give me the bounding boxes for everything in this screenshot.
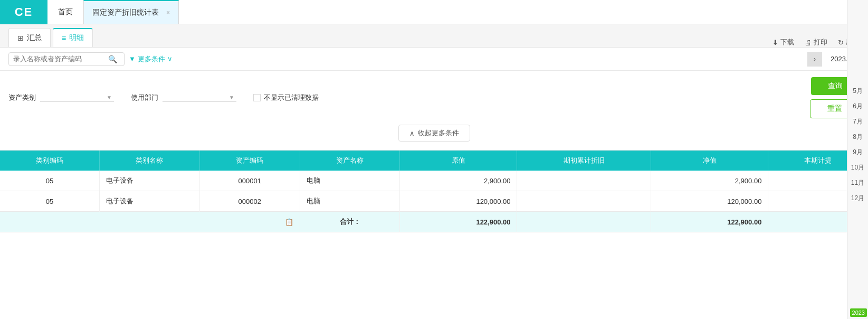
- year-badge: 2023: [850, 308, 867, 317]
- month-item[interactable]: 11月: [847, 176, 868, 190]
- top-nav: CE 首页 固定资产折旧统计表 × ✕: [0, 0, 868, 24]
- cell-category: 电子设备: [100, 191, 200, 212]
- cell-asset-code: 000001: [199, 171, 300, 191]
- filter-button[interactable]: ▼ 更多条件 ∨: [129, 54, 173, 64]
- download-button[interactable]: ⬇ 下载: [772, 37, 794, 47]
- cell-accumulated: [517, 191, 651, 212]
- table-header-row: 类别编码 类别名称 资产编码 资产名称 原值 期初累计折旧 净值 本期计提: [0, 151, 868, 171]
- list-icon: ≡: [62, 34, 66, 42]
- chevron-down-icon: ∨: [167, 55, 173, 63]
- cell-net: 120,000.00: [651, 191, 768, 212]
- cell-asset-name: 电脑: [300, 171, 400, 191]
- asset-type-arrow-icon: ▼: [107, 95, 112, 100]
- download-icon: ⬇: [772, 39, 778, 46]
- cell-net: 2,900.00: [651, 171, 768, 191]
- cell-code: 05: [0, 171, 100, 191]
- layers-icon: ⊞: [17, 34, 24, 42]
- tab-summary-label: 汇总: [27, 33, 42, 43]
- hide-cleared-label: 不显示已清理数据: [264, 93, 319, 102]
- dept-select[interactable]: ▼: [163, 93, 236, 102]
- tab-detail-label: 明细: [69, 33, 84, 43]
- table-row: 05 电子设备 000001 电脑 2,900.00 2,900.00: [0, 171, 868, 191]
- nav-home[interactable]: 首页: [47, 0, 83, 24]
- col-header-category: 类别名称: [100, 151, 200, 171]
- nav-tab-close-icon[interactable]: ×: [166, 9, 170, 16]
- total-label-cell: 合计：: [300, 212, 400, 232]
- data-table: 类别编码 类别名称 资产编码 资产名称 原值 期初累计折旧 净值 本期计提 05…: [0, 151, 868, 232]
- collapse-more-button[interactable]: ∧ 收起更多条件: [398, 125, 470, 142]
- cell-asset-code: 000002: [199, 191, 300, 212]
- dept-field: 使用部门 ▼: [131, 93, 236, 102]
- total-row: 📋 合计： 122,900.00 122,900.00: [0, 212, 868, 232]
- col-header-original: 原值: [400, 151, 517, 171]
- month-item[interactable]: 12月: [847, 192, 868, 205]
- search-input-wrapper[interactable]: 🔍: [8, 52, 125, 66]
- col-header-asset-name: 资产名称: [300, 151, 400, 171]
- month-item[interactable]: 5月: [847, 85, 868, 98]
- total-accumulated: [517, 212, 651, 232]
- table-wrapper: 类别编码 类别名称 资产编码 资产名称 原值 期初累计折旧 净值 本期计提 05…: [0, 151, 868, 319]
- cell-category: 电子设备: [100, 171, 200, 191]
- collapse-more-label: 收起更多条件: [418, 128, 459, 138]
- asset-type-select[interactable]: ▼: [40, 93, 114, 102]
- cell-asset-name: 电脑: [300, 191, 400, 212]
- download-label: 下载: [780, 37, 794, 47]
- cell-accumulated: [517, 171, 651, 191]
- filter-label: 更多条件: [138, 54, 165, 64]
- col-header-net: 净值: [651, 151, 768, 171]
- month-item[interactable]: 6月: [847, 100, 868, 113]
- filter-panel: 资产类别 ▼ 使用部门 ▼ 不显示已清理数据 查询 重置: [0, 71, 868, 151]
- cell-original: 120,000.00: [400, 191, 517, 212]
- col-header-asset-code: 资产编码: [199, 151, 300, 171]
- search-input[interactable]: [13, 55, 108, 63]
- search-icon[interactable]: 🔍: [108, 55, 117, 63]
- nav-tab[interactable]: 固定资产折旧统计表 ×: [83, 0, 179, 24]
- cell-code: 05: [0, 191, 100, 212]
- hide-cleared-checkbox-field[interactable]: 不显示已清理数据: [253, 93, 319, 102]
- refresh-icon: ↻: [838, 39, 844, 46]
- month-item[interactable]: 10月: [847, 161, 868, 174]
- print-label: 打印: [814, 37, 827, 47]
- month-item[interactable]: 8月: [847, 130, 868, 144]
- filter-row: 资产类别 ▼ 使用部门 ▼ 不显示已清理数据 查询 重置: [8, 77, 860, 118]
- right-panel: 5月6月7月8月9月10月11月12月2023: [847, 0, 868, 319]
- hide-cleared-checkbox[interactable]: [253, 94, 261, 101]
- asset-type-field: 资产类别 ▼: [8, 93, 114, 102]
- search-bar: 🔍 ▼ 更多条件 ∨ › 2023.01: [0, 48, 868, 71]
- logo-area: CE: [0, 0, 47, 24]
- collapse-sidebar-button[interactable]: ›: [807, 52, 822, 67]
- total-icon: 📋: [285, 218, 293, 226]
- print-icon: 🖨: [805, 39, 812, 46]
- dept-arrow-icon: ▼: [229, 95, 234, 100]
- col-header-code: 类别编码: [0, 151, 100, 171]
- col-header-accumulated: 期初累计折旧: [517, 151, 651, 171]
- month-item[interactable]: 7月: [847, 115, 868, 128]
- logo-text: CE: [15, 5, 33, 19]
- tab-bar: ⊞ 汇总 ≡ 明细 ⬇ 下载 🖨 打印 ↻ 刷新: [0, 24, 868, 48]
- dept-label: 使用部门: [131, 93, 158, 102]
- month-item[interactable]: 9月: [847, 146, 868, 159]
- asset-type-label: 资产类别: [8, 93, 36, 102]
- total-net: 122,900.00: [651, 212, 768, 232]
- main-content: ⊞ 汇总 ≡ 明细 ⬇ 下载 🖨 打印 ↻ 刷新 🔍: [0, 24, 868, 319]
- tab-detail[interactable]: ≡ 明细: [53, 28, 93, 47]
- total-original: 122,900.00: [400, 212, 517, 232]
- total-icon-cell: 📋: [0, 212, 300, 232]
- table-row: 05 电子设备 000002 电脑 120,000.00 120,000.00: [0, 191, 868, 212]
- nav-tab-label: 固定资产折旧统计表: [92, 8, 159, 17]
- print-button[interactable]: 🖨 打印: [805, 37, 827, 47]
- cell-original: 2,900.00: [400, 171, 517, 191]
- filter-icon: ▼: [129, 55, 136, 63]
- tab-summary[interactable]: ⊞ 汇总: [8, 28, 51, 47]
- chevron-up-icon: ∧: [409, 129, 415, 137]
